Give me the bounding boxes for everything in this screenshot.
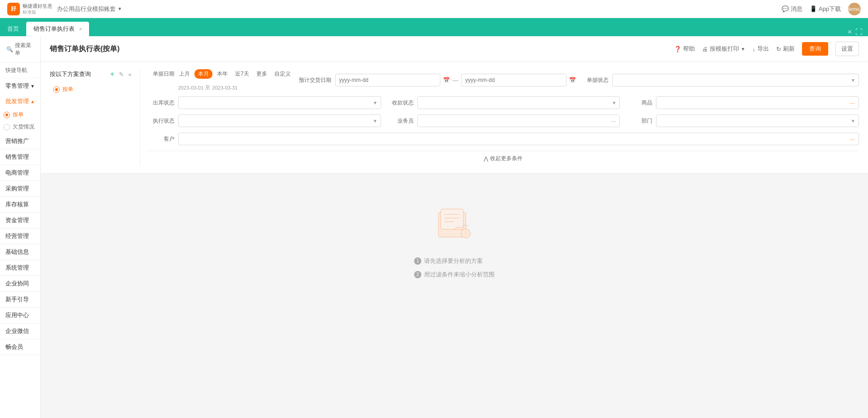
sidebar-sub-item-欠货情况[interactable]: 欠货情况 <box>0 121 40 133</box>
empty-illustration: ? <box>432 201 477 246</box>
sidebar-item-enterprise[interactable]: 企业协同 <box>0 276 40 292</box>
filter-collect-status-field: 收款状态 ▼ <box>387 96 620 109</box>
collect-status-select-wrap: ▼ <box>417 96 620 109</box>
filter-row-2: 出库状态 ▼ 收款状态 <box>147 96 859 109</box>
date-tab-custom[interactable]: 自定义 <box>272 69 293 79</box>
date-tabs: 单据日期 上月 本月 本年 近7天 更多 自定义 <box>147 69 293 79</box>
export-button[interactable]: ↓ 导出 <box>753 45 769 53</box>
page-header: 销售订单执行表(按单) ❓ 帮助 🖨 按模板打印 ▼ ↓ 导出 ↻ 刷新 <box>41 36 868 62</box>
empty-state: ? 1 请先选择要分析的方案 2 用过滤条件来缩小分析范围 <box>41 174 868 309</box>
tab-sales-order[interactable]: 销售订单执行表 × <box>26 22 89 36</box>
sidebar-section-retail: 零售管理 ▼ <box>0 78 40 94</box>
content-area: 销售订单执行表(按单) ❓ 帮助 🖨 按模板打印 ▼ ↓ 导出 ↻ 刷新 <box>41 36 868 418</box>
collapse-left-button[interactable]: « <box>127 70 132 79</box>
customer-input-wrap: ··· <box>178 133 859 145</box>
message-button[interactable]: 💬 消息 <box>782 5 802 13</box>
date-tab-this-year[interactable]: 本年 <box>214 69 231 79</box>
logo-box: 好 畅捷通好生意 标准版 <box>7 3 52 15</box>
hint-item-1: 1 请先选择要分析的方案 <box>414 255 495 267</box>
filter-goods-field: 商品 ··· <box>625 96 859 109</box>
tab-actions: × ⛶ <box>848 28 868 36</box>
filter-status-field: 单据状态 ▼ <box>581 74 859 86</box>
collapse-filter-button[interactable]: ⋀ 收起更多条件 <box>484 155 523 162</box>
customer-select-button[interactable]: ··· <box>850 136 855 142</box>
app-selector-button[interactable]: 办公用品行业模拟账套 ▼ <box>57 5 122 13</box>
download-icon: 📱 <box>810 5 817 12</box>
sidebar-item-sales[interactable]: 销售管理 <box>0 149 40 165</box>
svg-rect-1 <box>441 209 463 229</box>
tab-home[interactable]: 首页 <box>0 22 26 36</box>
filter-predicted-date-field: 预计交货日期 📅 — 📅 <box>299 74 576 86</box>
collapse-icon: ⋀ <box>484 156 488 162</box>
sidebar-item-finance[interactable]: 资金管理 <box>0 213 40 228</box>
sidebar-item-new-guide[interactable]: 新手引导 <box>0 292 40 308</box>
sidebar-item-operations[interactable]: 经营管理 <box>0 228 40 244</box>
sidebar-item-ecommerce[interactable]: 电商管理 <box>0 165 40 181</box>
add-scheme-button[interactable]: + <box>109 69 115 79</box>
dept-select-wrap: ▼ <box>656 114 859 127</box>
user-profile[interactable]: demo2 <box>848 3 861 15</box>
out-status-select-wrap: ▼ <box>178 96 381 109</box>
sales-rep-select-button[interactable]: ··· <box>611 118 616 124</box>
query-button[interactable]: 查询 <box>802 42 828 56</box>
sidebar-item-quick-nav[interactable]: 快捷导航 <box>0 63 40 78</box>
refresh-button[interactable]: ↻ 刷新 <box>776 45 795 53</box>
calendar-icon: 📅 <box>443 77 450 83</box>
collect-status-select[interactable] <box>417 96 620 109</box>
print-button[interactable]: 🖨 按模板打印 ▼ <box>702 45 745 53</box>
help-icon: ❓ <box>674 46 681 52</box>
sidebar-item-inventory[interactable]: 库存核算 <box>0 197 40 213</box>
search-menu-button[interactable]: 🔍 搜索菜单 <box>4 40 37 59</box>
tabbar: 首页 销售订单执行表 × × ⛶ <box>0 18 868 36</box>
app-download-button[interactable]: 📱 App下载 <box>810 5 841 13</box>
filter-date-field: 单据日期 上月 本月 本年 近7天 更多 自定义 2023-03-01 至 <box>147 69 293 91</box>
filter-panel-inner: 按以下方案查询 + ✎ « 按单 <box>50 69 859 166</box>
exec-status-select[interactable] <box>178 114 381 127</box>
goods-select-button[interactable]: ··· <box>850 100 855 106</box>
out-status-select[interactable] <box>178 96 381 109</box>
status-select[interactable] <box>612 74 859 86</box>
calendar-icon-2: 📅 <box>569 77 576 83</box>
sidebar-item-retail[interactable]: 零售管理 ▼ <box>0 78 40 94</box>
date-tab-last-month[interactable]: 上月 <box>176 69 193 79</box>
goods-input-wrap: ··· <box>656 96 859 109</box>
edit-scheme-button[interactable]: ✎ <box>118 70 125 79</box>
sidebar-item-marketing[interactable]: 营销推广 <box>0 133 40 149</box>
date-tab-7days[interactable]: 近7天 <box>232 69 252 79</box>
predicted-date-from-input[interactable] <box>335 74 440 86</box>
chevron-down-icon: ▼ <box>741 47 745 52</box>
filter-exec-status-field: 执行状态 ▼ <box>147 114 381 127</box>
sidebar-item-app-center[interactable]: 应用中心 <box>0 308 40 323</box>
sidebar-search-section: 🔍 搜索菜单 <box>0 36 40 63</box>
sidebar-sub-item-按单[interactable]: 按单 <box>0 109 40 120</box>
window-close-button[interactable]: × <box>848 28 852 36</box>
filter-scheme-panel: 按以下方案查询 + ✎ « 按单 <box>50 69 140 166</box>
sidebar-item-purchase[interactable]: 采购管理 <box>0 181 40 197</box>
print-icon: 🖨 <box>702 46 708 52</box>
tab-close-icon[interactable]: × <box>79 26 82 32</box>
filter-panel: 按以下方案查询 + ✎ « 按单 <box>41 62 868 174</box>
predicted-date-to-input[interactable] <box>461 74 566 86</box>
search-icon: 🔍 <box>6 46 13 52</box>
scheme-item-按单[interactable]: 按单 <box>50 84 132 95</box>
settings-button[interactable]: 设置 <box>835 42 859 56</box>
filter-scheme-title: 按以下方案查询 + ✎ « <box>50 69 132 79</box>
date-tab-this-month[interactable]: 本月 <box>194 69 212 79</box>
export-icon: ↓ <box>753 46 756 52</box>
sidebar-item-basic-info[interactable]: 基础信息 <box>0 244 40 260</box>
sidebar-item-wholesale[interactable]: 批发管理 ▲ <box>0 94 40 109</box>
hint-item-2: 2 用过滤条件来缩小分析范围 <box>414 269 495 280</box>
sidebar-item-wechat[interactable]: 企业微信 <box>0 323 40 339</box>
sidebar-item-member[interactable]: 畅会员 <box>0 339 40 355</box>
filter-customer-field: 客户 ··· <box>147 133 859 145</box>
page-title: 销售订单执行表(按单) <box>50 44 120 54</box>
sub-item-icon <box>4 124 10 130</box>
filter-fields-panel: 单据日期 上月 本月 本年 近7天 更多 自定义 2023-03-01 至 <box>140 69 859 166</box>
chevron-up-icon: ▲ <box>30 99 35 104</box>
avatar: demo2 <box>848 3 861 15</box>
sidebar-item-system[interactable]: 系统管理 <box>0 260 40 276</box>
date-tab-more[interactable]: 更多 <box>254 69 270 79</box>
dept-select[interactable] <box>656 114 859 127</box>
help-button[interactable]: ❓ 帮助 <box>674 45 695 53</box>
window-expand-button[interactable]: ⛶ <box>855 28 863 36</box>
